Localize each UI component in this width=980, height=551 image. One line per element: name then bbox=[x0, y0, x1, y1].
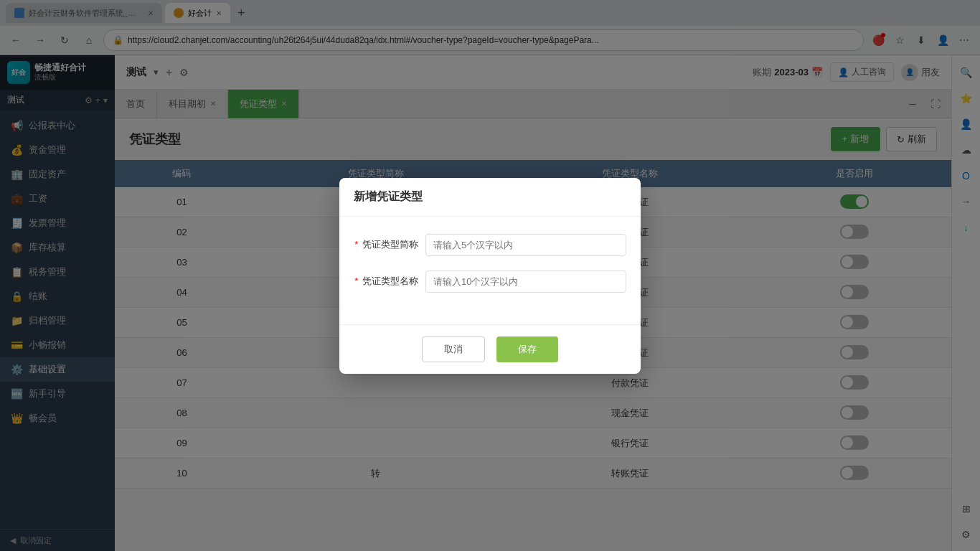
short-name-input[interactable] bbox=[425, 234, 626, 256]
full-name-label-text: 凭证类型名称 bbox=[362, 276, 418, 286]
dialog-footer: 取消 保存 bbox=[339, 324, 641, 374]
short-name-required: * bbox=[354, 239, 358, 250]
dialog-header: 新增凭证类型 bbox=[339, 178, 641, 217]
full-name-required: * bbox=[354, 276, 358, 286]
dialog-body: * 凭证类型简称 * 凭证类型名称 bbox=[339, 217, 641, 324]
dialog-overlay: 新增凭证类型 * 凭证类型简称 * 凭证类型名称 取消 保存 bbox=[0, 0, 980, 551]
add-voucher-type-dialog: 新增凭证类型 * 凭证类型简称 * 凭证类型名称 取消 保存 bbox=[339, 178, 641, 374]
short-name-label-text: 凭证类型简称 bbox=[362, 239, 418, 250]
save-button[interactable]: 保存 bbox=[496, 336, 558, 362]
short-name-label: * 凭证类型简称 bbox=[354, 238, 425, 251]
full-name-row: * 凭证类型名称 bbox=[354, 270, 626, 293]
cancel-button[interactable]: 取消 bbox=[422, 336, 485, 362]
full-name-input[interactable] bbox=[425, 270, 626, 293]
dialog-title: 新增凭证类型 bbox=[354, 189, 423, 204]
short-name-row: * 凭证类型简称 bbox=[354, 234, 626, 256]
full-name-label: * 凭证类型名称 bbox=[354, 275, 425, 288]
